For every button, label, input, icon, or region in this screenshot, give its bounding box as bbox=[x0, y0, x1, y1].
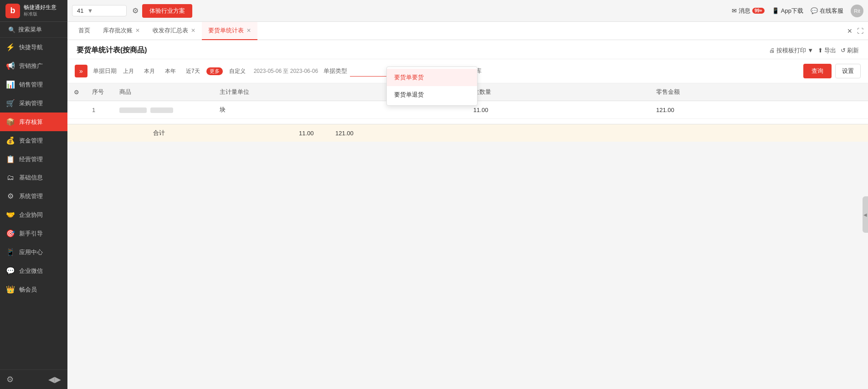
sidebar-item-label: 资金管理 bbox=[19, 137, 43, 145]
online-service-label: 在线客服 bbox=[820, 7, 843, 15]
filter-toggle-btn[interactable]: » bbox=[75, 65, 87, 77]
dropdown-item-requisition-return[interactable]: 要货单退货 bbox=[387, 86, 477, 103]
col-goods: 商品 bbox=[113, 83, 213, 101]
basic-icon: 🗂 bbox=[5, 174, 15, 182]
sales-icon: 📊 bbox=[5, 80, 15, 89]
refresh-action[interactable]: ↺ 刷新 bbox=[841, 46, 859, 55]
avatar-text: Rit bbox=[854, 8, 860, 14]
sidebar-logo: b 畅捷通好生意 标准版 bbox=[0, 0, 67, 22]
page-title: 要货单统计表(按商品) bbox=[77, 46, 147, 55]
main-area: 41 ▼ ⚙ 体验行业方案 ✉ 消息 99+ 📱 App下载 💬 在线客服 bbox=[67, 0, 868, 389]
sidebar-item-label: 畅会员 bbox=[19, 286, 37, 294]
cell-settings bbox=[67, 101, 86, 119]
selector-arrow-icon: ▼ bbox=[87, 7, 93, 14]
sidebar-item-label: 企业微信 bbox=[19, 267, 43, 275]
sidebar-item-system[interactable]: ⚙ 系统管理 bbox=[0, 187, 67, 205]
sidebar-item-guide[interactable]: 🎯 新手引导 bbox=[0, 224, 67, 243]
finance-icon: 💰 bbox=[5, 136, 15, 145]
dropdown-item-label: 要货单退货 bbox=[394, 91, 424, 98]
tab-requisition-close[interactable]: ✕ bbox=[247, 27, 251, 34]
date-btn-7days[interactable]: 近7天 bbox=[182, 66, 204, 77]
col-settings[interactable]: ⚙ bbox=[67, 83, 86, 101]
operations-icon: 📋 bbox=[5, 155, 15, 164]
sidebar-item-quick-nav[interactable]: ⚡ 快捷导航 bbox=[0, 38, 67, 56]
messages-item[interactable]: ✉ 消息 99+ bbox=[732, 7, 765, 15]
print-action[interactable]: 🖨 按模板打印 ▼ bbox=[769, 46, 813, 55]
tab-inventory-batch[interactable]: 库存批次账 ✕ bbox=[97, 22, 146, 40]
sidebar-item-label: 营销推广 bbox=[19, 62, 43, 70]
sidebar-bottom: ⚙ ◀▶ bbox=[0, 369, 67, 389]
online-service-item[interactable]: 💬 在线客服 bbox=[811, 7, 843, 15]
company-selector[interactable]: 41 ▼ bbox=[72, 5, 127, 16]
app-download-item[interactable]: 📱 App下载 bbox=[772, 7, 803, 15]
footer-label-text: 合计 bbox=[153, 129, 165, 136]
logo-text: 畅捷通好生意 bbox=[24, 4, 56, 11]
sidebar-item-member[interactable]: 👑 畅会员 bbox=[0, 280, 67, 299]
cell-quantity: 11.00 bbox=[467, 101, 650, 119]
tab-requisition-stats[interactable]: 要货单统计表 ✕ bbox=[202, 22, 257, 40]
date-more-badge[interactable]: 更多 bbox=[206, 67, 223, 75]
col-num: 序号 bbox=[86, 83, 113, 101]
sidebar-item-wechat[interactable]: 💬 企业微信 bbox=[0, 261, 67, 280]
sidebar-item-marketing[interactable]: 📢 营销推广 bbox=[0, 56, 67, 75]
tab-close-all-icon[interactable]: ✕ bbox=[847, 27, 853, 35]
sidebar-item-cooperation[interactable]: 🤝 企业协同 bbox=[0, 205, 67, 224]
side-scroll-handle[interactable]: ◀ bbox=[863, 196, 868, 233]
content-area: 要货单统计表(按商品) 🖨 按模板打印 ▼ ⬆ 导出 ↺ 刷新 bbox=[67, 40, 868, 389]
col-settings-icon: ⚙ bbox=[74, 89, 79, 96]
tab-receivables-summary[interactable]: 收发存汇总表 ✕ bbox=[146, 22, 202, 40]
tabs-bar: 首页 库存批次账 ✕ 收发存汇总表 ✕ 要货单统计表 ✕ ✕ ⛶ bbox=[67, 22, 868, 40]
sidebar-item-basic[interactable]: 🗂 基础信息 bbox=[0, 169, 67, 187]
service-icon: 💬 bbox=[811, 7, 818, 14]
sidebar-item-label: 快捷导航 bbox=[19, 43, 43, 51]
export-label: 导出 bbox=[824, 46, 836, 55]
date-btn-last-month[interactable]: 上月 bbox=[119, 66, 138, 77]
settings-icon[interactable]: ⚙ bbox=[6, 374, 14, 384]
sidebar-item-label: 应用中心 bbox=[19, 248, 43, 256]
sidebar-item-label: 经营管理 bbox=[19, 155, 43, 164]
purchase-icon: 🛒 bbox=[5, 99, 15, 107]
avatar: Rit bbox=[851, 5, 863, 17]
page-header: 要货单统计表(按商品) 🖨 按模板打印 ▼ ⬆ 导出 ↺ 刷新 bbox=[67, 40, 868, 59]
tab-receivables-close[interactable]: ✕ bbox=[191, 27, 195, 34]
dropdown-item-requisition-order[interactable]: 要货单要货 bbox=[387, 69, 477, 86]
date-btn-custom[interactable]: 自定义 bbox=[226, 66, 249, 77]
tab-inventory-batch-label: 库存批次账 bbox=[103, 26, 133, 35]
tab-requisition-label: 要货单统计表 bbox=[208, 26, 244, 35]
filter-actions: 查询 设置 bbox=[803, 64, 861, 78]
avatar-item[interactable]: Rit bbox=[851, 5, 863, 17]
export-icon: ⬆ bbox=[818, 47, 823, 54]
type-dropdown-menu: 要货单要货 要货单退货 bbox=[386, 67, 478, 106]
topbar-left: 41 ▼ ⚙ 体验行业方案 bbox=[72, 4, 192, 18]
print-icon: 🖨 bbox=[769, 47, 775, 54]
message-icon: ✉ bbox=[732, 7, 737, 14]
sidebar-item-inventory[interactable]: 📦 库存核算 bbox=[0, 113, 67, 131]
download-icon: 📱 bbox=[772, 7, 779, 14]
footer-label: 合计 bbox=[147, 129, 247, 137]
sidebar-nav: ⚡ 快捷导航 📢 营销推广 📊 销售管理 🛒 采购管理 📦 库存核算 💰 资金管… bbox=[0, 38, 67, 369]
sidebar-search[interactable]: 🔍 搜索菜单 bbox=[0, 22, 67, 38]
sidebar-item-operations[interactable]: 📋 经营管理 bbox=[0, 150, 67, 169]
date-btn-this-month[interactable]: 本月 bbox=[140, 66, 159, 77]
table-footer: 合计 11.00 121.00 bbox=[67, 124, 868, 142]
tab-home[interactable]: 首页 bbox=[72, 22, 97, 40]
sidebar-item-finance[interactable]: 💰 资金管理 bbox=[0, 131, 67, 150]
query-btn[interactable]: 查询 bbox=[803, 64, 832, 78]
sidebar-item-label: 采购管理 bbox=[19, 99, 43, 107]
export-action[interactable]: ⬆ 导出 bbox=[818, 46, 836, 55]
tab-maximize-icon[interactable]: ⛶ bbox=[857, 27, 863, 35]
guide-icon: 🎯 bbox=[5, 229, 15, 238]
topbar-gear-icon[interactable]: ⚙ bbox=[132, 6, 139, 15]
collapse-icon[interactable]: ◀▶ bbox=[48, 374, 61, 384]
industry-btn[interactable]: 体验行业方案 bbox=[142, 4, 192, 18]
sidebar-item-sales[interactable]: 📊 销售管理 bbox=[0, 75, 67, 94]
setting-btn[interactable]: 设置 bbox=[835, 64, 861, 78]
messages-label: 消息 bbox=[739, 7, 750, 15]
sidebar-item-purchase[interactable]: 🛒 采购管理 bbox=[0, 94, 67, 113]
tabs-actions: ✕ ⛶ bbox=[847, 27, 863, 35]
sidebar-item-apps[interactable]: 📱 应用中心 bbox=[0, 243, 67, 261]
search-icon: 🔍 bbox=[8, 26, 15, 33]
tab-inventory-batch-close[interactable]: ✕ bbox=[135, 27, 140, 34]
date-btn-this-year[interactable]: 本年 bbox=[161, 66, 180, 77]
handle-icon: ◀ bbox=[863, 212, 867, 217]
